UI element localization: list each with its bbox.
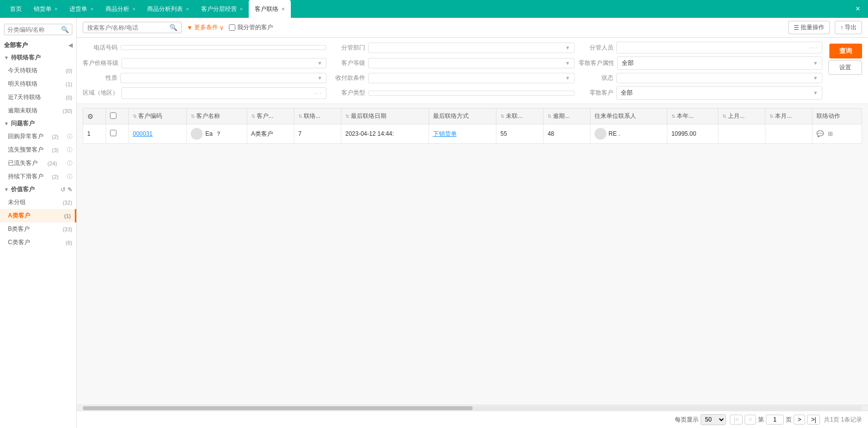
value-customers-group[interactable]: ▼ 价值客户 ↺ ✎ <box>0 183 76 196</box>
select-all-checkbox[interactable] <box>110 112 116 119</box>
main-search-box[interactable]: 🔍 <box>83 22 182 33</box>
nav-purchase[interactable]: 进货单 × <box>63 0 99 18</box>
nav-product-analysis[interactable]: 商品分析 × <box>100 0 141 18</box>
col-sort-icon5: ⇅ <box>345 113 349 119</box>
status-select[interactable]: ▼ <box>616 73 822 83</box>
per-page-select[interactable]: 50 100 200 <box>701 414 726 425</box>
sidebar-item-churned[interactable]: 已流失客户 (24) ⓘ <box>0 157 76 170</box>
batch-operation-button[interactable]: ☰ 批量操作 <box>788 21 830 34</box>
sidebar-search-icon[interactable]: 🔍 <box>61 26 69 33</box>
query-button[interactable]: 查询 <box>829 44 862 58</box>
per-page-selector[interactable]: 每页显示 50 100 200 <box>675 414 726 425</box>
main-search-input[interactable] <box>87 24 169 31</box>
col-this-year[interactable]: ⇅ 本年... <box>667 108 718 124</box>
region-input[interactable]: ··· <box>121 87 326 99</box>
price-grade-select[interactable]: ▼ <box>121 58 326 68</box>
col-last-date[interactable]: ⇅ 最后联络日期 <box>341 108 429 124</box>
col-overdue[interactable]: ⇅ 逾期... <box>543 108 591 124</box>
pending-contact-group[interactable]: ▼ 待联络客户 <box>0 52 76 64</box>
close-product-list-tab[interactable]: × <box>186 6 189 12</box>
col-last-method[interactable]: 最后联络方式 <box>429 108 496 124</box>
batch-icon: ☰ <box>794 24 799 31</box>
row-code[interactable]: 000031 <box>129 124 187 144</box>
sidebar-item-7days[interactable]: 近7天待联络 (0) <box>0 91 76 104</box>
scrollbar-track[interactable] <box>83 406 862 410</box>
row-checkbox[interactable] <box>106 124 129 144</box>
sidebar-item-tomorrow[interactable]: 明天待联络 (1) <box>0 77 76 91</box>
manager-input[interactable]: ··· <box>616 42 822 54</box>
dept-select[interactable]: ▼ <box>368 43 574 53</box>
problem-customers-group[interactable]: ▼ 问题客户 <box>0 117 76 130</box>
phone-input[interactable] <box>120 45 326 50</box>
nav-product-analysis-list[interactable]: 商品分析列表 × <box>141 0 195 18</box>
sidebar-search-input[interactable] <box>7 26 61 33</box>
nav-customer-stratify[interactable]: 客户分层经营 × <box>195 0 249 18</box>
col-last-month[interactable]: ⇅ 上月... <box>718 108 765 124</box>
nav-customer-contact[interactable]: 客户联络 × <box>249 0 290 18</box>
next-page-button[interactable]: > <box>794 415 805 425</box>
nav-home[interactable]: 首页 <box>4 0 28 18</box>
main-search-icon[interactable]: 🔍 <box>169 24 177 31</box>
customer-grade-field: 客户等级 ▼ <box>330 58 574 68</box>
col-this-month[interactable]: ⇅ 本月... <box>765 108 813 124</box>
row-last-method[interactable]: 下销货单 <box>429 124 496 144</box>
customer-grade-select[interactable]: ▼ <box>368 58 574 68</box>
customer-type-input[interactable] <box>368 91 574 96</box>
payment-select[interactable]: ▼ <box>368 73 574 83</box>
retail-attr-select[interactable]: 全部 ▼ <box>617 56 822 70</box>
sidebar-item-ungrouped[interactable]: 未分组 (32) <box>0 196 76 209</box>
filter-bar: 🔍 ▼ 更多条件 ∨ 我分管的客户 ☰ 批量操作 ↑ 导出 <box>77 18 868 38</box>
page-input[interactable] <box>766 415 784 425</box>
row-select-checkbox[interactable] <box>110 130 116 136</box>
sidebar-item-class-b[interactable]: B类客户 (33) <box>0 222 76 236</box>
retail-customer-label: 零散客户 <box>579 89 613 97</box>
close-stratify-tab[interactable]: × <box>240 6 243 12</box>
col-name[interactable]: ⇅ 客户名称 <box>186 108 247 124</box>
col-settings[interactable]: ⚙ <box>83 108 106 124</box>
refresh-icon[interactable]: ↺ <box>60 186 65 193</box>
close-product-analysis-tab[interactable]: × <box>132 6 135 12</box>
sidebar-item-declining[interactable]: 持续下滑客户 (2) ⓘ <box>0 170 76 183</box>
sidebar-item-class-c[interactable]: C类客户 (6) <box>0 236 76 249</box>
person-avatar <box>595 128 606 140</box>
prev-page-button[interactable]: < <box>745 415 756 425</box>
region-label: 区域（地区） <box>83 89 118 97</box>
close-sales-tab[interactable]: × <box>54 6 57 12</box>
sidebar-item-class-a[interactable]: A类客户 (1) <box>0 209 76 222</box>
table-settings-icon[interactable]: ⚙ <box>87 112 94 120</box>
close-all-button[interactable]: × <box>852 4 864 13</box>
close-contact-tab[interactable]: × <box>281 6 284 12</box>
sidebar-item-today[interactable]: 今天待联络 (0) <box>0 64 76 77</box>
horizontal-scrollbar[interactable] <box>77 405 868 411</box>
my-customers-check[interactable] <box>229 24 235 31</box>
payment-arrow: ▼ <box>565 75 570 81</box>
retail-customer-select[interactable]: 全部 ▼ <box>616 86 822 100</box>
sidebar-search-box[interactable]: 🔍 <box>4 24 72 35</box>
col-uncontacted[interactable]: ⇅ 未联... <box>496 108 543 124</box>
col-person[interactable]: 往来单位联系人 <box>591 108 667 124</box>
more-filters-button[interactable]: ▼ 更多条件 ∨ <box>187 23 224 32</box>
col-type[interactable]: ⇅ 客户... <box>247 108 294 124</box>
sidebar-item-churn-warning[interactable]: 流失预警客户 (3) ⓘ <box>0 143 76 157</box>
customer-type-label: 客户类型 <box>330 89 365 97</box>
nav-sales[interactable]: 销货单 × <box>28 0 63 18</box>
sidebar: 🔍 全部客户 ◀ ▼ 待联络客户 今天待联络 (0) 明天待联络 (1) 近7天… <box>0 18 77 428</box>
action-icon-1[interactable]: 💬 <box>816 130 824 137</box>
action-icon-2[interactable]: ⊞ <box>828 130 833 137</box>
col-contact[interactable]: ⇅ 联络... <box>294 108 341 124</box>
last-page-button[interactable]: >| <box>807 415 820 425</box>
sidebar-item-overdue[interactable]: 逾期未联络 (30) <box>0 104 76 117</box>
first-page-button[interactable]: |< <box>730 415 743 425</box>
all-customers-header[interactable]: 全部客户 ◀ <box>0 39 76 52</box>
export-button[interactable]: ↑ 导出 <box>835 21 862 34</box>
sidebar-item-repurchase-abnormal[interactable]: 回购异常客户 (2) ⓘ <box>0 130 76 143</box>
scrollbar-thumb[interactable] <box>83 406 473 410</box>
settings-button[interactable]: 设置 <box>828 60 862 75</box>
edit-icon[interactable]: ✎ <box>67 186 72 193</box>
row-action[interactable]: 💬 ⊞ <box>813 124 862 144</box>
my-customers-checkbox[interactable]: 我分管的客户 <box>229 23 273 32</box>
nature-select[interactable]: ▼ <box>120 73 326 83</box>
close-purchase-tab[interactable]: × <box>90 6 93 12</box>
row-name[interactable]: Ea ？ <box>186 124 247 144</box>
col-code[interactable]: ⇅ 客户编码 <box>129 108 187 124</box>
